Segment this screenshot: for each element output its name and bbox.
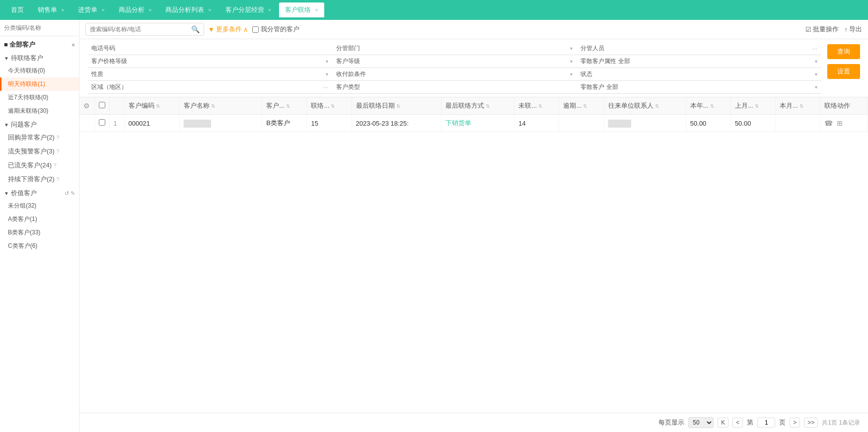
more-conditions-btn[interactable]: ▼ 更多条件 ∧: [208, 25, 248, 34]
sidebar-item-overdue-contact[interactable]: 逾期未联络(30): [0, 104, 79, 118]
row-name: ██████: [179, 115, 262, 132]
close-sales-icon[interactable]: ×: [61, 7, 64, 13]
query-button[interactable]: 查询: [827, 44, 860, 59]
problem-triangle-icon: ▼: [4, 122, 9, 128]
sidebar-item-a-type[interactable]: A类客户(1): [0, 213, 79, 226]
col-overdue[interactable]: 逾期...⇅: [559, 97, 604, 115]
search-input[interactable]: [90, 26, 189, 33]
col-checkbox[interactable]: [94, 97, 109, 115]
nav-item-customer-contact[interactable]: 客户联络 ×: [279, 2, 324, 17]
sort-last-way-icon: ⇅: [486, 103, 490, 109]
filter-person: 分管人员 ···: [577, 42, 821, 55]
row-action-grid-icon[interactable]: ⊞: [837, 119, 843, 127]
sidebar-item-7days-contact[interactable]: 近7天待联络(0): [0, 91, 79, 104]
nav-item-analysis-list[interactable]: 商品分析列表 ×: [159, 2, 217, 17]
select-all-checkbox[interactable]: [99, 102, 105, 108]
table-settings-icon[interactable]: ⚙: [83, 102, 90, 110]
adv-filter-grid: 电话号码 分管部门 ▾ 分管人员 ···: [87, 42, 860, 94]
col-this-year[interactable]: 本年...⇅: [686, 97, 730, 115]
row-action-phone-icon[interactable]: ☎: [824, 119, 833, 127]
close-purchase-icon[interactable]: ×: [101, 7, 104, 13]
total-records: 共1页 1条记录: [822, 419, 860, 427]
sort-last-month-icon: ⇅: [755, 103, 759, 109]
price-level-dropdown-icon: ▾: [326, 59, 328, 64]
col-type[interactable]: 客户...⇅: [262, 97, 307, 115]
sidebar-item-churned[interactable]: 已流失客户(24) ?: [0, 158, 79, 172]
prev-page-btn[interactable]: <: [732, 418, 743, 428]
export-icon: ↑: [845, 26, 848, 33]
pending-group-header[interactable]: ▼ 待联络客户: [0, 51, 79, 64]
sidebar-item-tomorrow-contact[interactable]: 明天待联络(1): [0, 77, 79, 91]
next-page-btn[interactable]: >: [790, 418, 800, 428]
sidebar-item-churn-warning[interactable]: 流失预警客户(3) ?: [0, 144, 79, 158]
adv-filter-panel: 电话号码 分管部门 ▾ 分管人员 ···: [79, 39, 868, 97]
page-number-input[interactable]: [757, 418, 775, 428]
row-last-way-link[interactable]: 下销货单: [445, 119, 471, 127]
set-button[interactable]: 设置: [827, 64, 860, 79]
row-checkbox[interactable]: [94, 115, 109, 132]
value-group-header[interactable]: ▼ 价值客户 ↺ ✎: [0, 186, 79, 199]
close-customer-contact-icon[interactable]: ×: [315, 7, 318, 13]
sidebar-search-input[interactable]: [4, 24, 78, 31]
col-this-month[interactable]: 本月...⇅: [775, 97, 820, 115]
row-last-month: 50.00: [730, 115, 775, 132]
sort-no-contact-icon: ⇅: [538, 103, 542, 109]
sidebar-item-declining[interactable]: 持续下滑客户(2) ?: [0, 172, 79, 186]
filter-customer-level: 客户等级 ▾: [332, 55, 577, 68]
sort-this-year-icon: ⇅: [710, 103, 714, 109]
search-icon[interactable]: 🔍: [191, 25, 200, 33]
my-customers-check-input[interactable]: [252, 26, 259, 33]
page-unit: 页: [779, 418, 786, 427]
nav-item-sales[interactable]: 销售单 ×: [32, 2, 70, 17]
close-analysis-list-icon[interactable]: ×: [208, 7, 211, 13]
col-unit-contact[interactable]: 往来单位联系人⇅: [604, 97, 686, 115]
export-btn[interactable]: ↑ 导出: [845, 25, 863, 34]
page-size-label: 每页显示: [658, 418, 684, 427]
nav-item-customer-segment[interactable]: 客户分层经营 ×: [219, 2, 277, 17]
col-code[interactable]: 客户编码⇅: [124, 97, 179, 115]
region-dots-icon[interactable]: ···: [323, 84, 328, 91]
sidebar-item-b-type[interactable]: B类客户(33): [0, 226, 79, 239]
sort-unit-contact-icon: ⇅: [655, 103, 659, 109]
nav-home[interactable]: 首页: [5, 2, 30, 17]
col-action: 联络动作: [820, 97, 868, 115]
nav-item-analysis[interactable]: 商品分析 ×: [113, 2, 157, 17]
filter-status: 状态 ▾: [577, 68, 821, 81]
sidebar-item-today-contact[interactable]: 今天待联络(0): [0, 64, 79, 77]
close-customer-segment-icon[interactable]: ×: [268, 7, 271, 13]
col-last-way[interactable]: 最后联络方式⇅: [441, 97, 514, 115]
nav-item-purchase[interactable]: 进货单 ×: [72, 2, 110, 17]
last-page-btn[interactable]: >>: [804, 418, 818, 428]
person-dots-icon[interactable]: ···: [812, 45, 817, 52]
sort-overdue-icon: ⇅: [583, 103, 587, 109]
my-customers-checkbox[interactable]: 我分管的客户: [252, 25, 299, 34]
value-group-icons: ↺ ✎: [65, 190, 75, 197]
sidebar-item-ungrouped[interactable]: 未分组(32): [0, 199, 79, 213]
filter-chevron-icon: ∧: [243, 26, 248, 33]
col-name[interactable]: 客户名称⇅: [179, 97, 262, 115]
col-no-contact[interactable]: 未联...⇅: [514, 97, 559, 115]
filter-phone-input[interactable]: [132, 45, 328, 52]
filter-dept: 分管部门 ▾: [332, 42, 577, 55]
row-select-checkbox[interactable]: [99, 119, 105, 126]
all-customers-header[interactable]: ■ 全部客户 «: [0, 36, 79, 51]
sort-this-month-icon: ⇅: [799, 103, 803, 109]
col-settings[interactable]: ⚙: [79, 97, 94, 115]
close-analysis-icon[interactable]: ×: [148, 7, 151, 13]
page-size-select[interactable]: 50 100 200: [688, 417, 714, 428]
first-page-btn[interactable]: K: [718, 418, 728, 428]
collapse-icon[interactable]: «: [72, 41, 75, 48]
col-last-date[interactable]: 最后联络日期⇅: [352, 97, 441, 115]
problem-group-header[interactable]: ▼ 问题客户: [0, 118, 79, 131]
filter-person-label: 分管人员: [580, 44, 618, 53]
col-last-month[interactable]: 上月...⇅: [730, 97, 775, 115]
row-code: 000021: [124, 115, 179, 132]
col-contact[interactable]: 联络...⇅: [307, 97, 352, 115]
sidebar-item-c-type[interactable]: C类客户(6): [0, 239, 79, 253]
row-last-way[interactable]: 下销货单: [441, 115, 514, 132]
sidebar-item-repurchase-abnormal[interactable]: 回购异常客户(2) ?: [0, 131, 79, 144]
filter-nature-label: 性质: [91, 70, 129, 78]
filter-region: 区域（地区） ···: [87, 81, 332, 94]
sidebar: 🔍 ■ 全部客户 « ▼ 待联络客户 今天待联络(0) 明天待联络(1) 近7天…: [0, 20, 79, 432]
batch-op-btn[interactable]: ☑ 批量操作: [805, 25, 839, 34]
